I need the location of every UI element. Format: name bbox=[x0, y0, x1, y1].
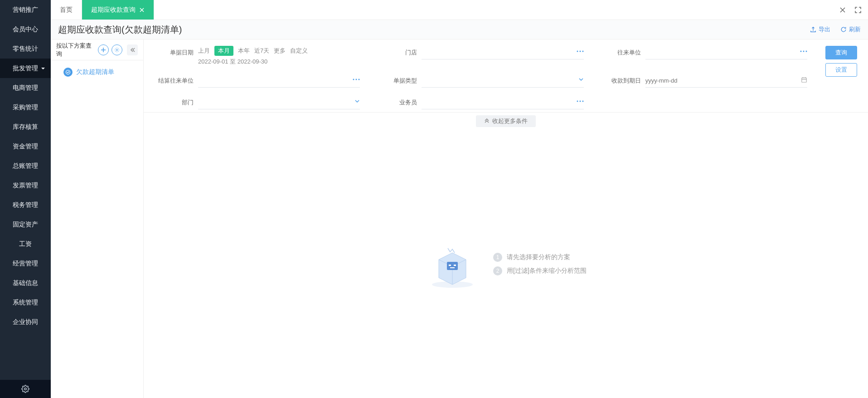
sidebar-item[interactable]: 营销推广 bbox=[0, 0, 51, 20]
scheme-panel: 按以下方案查询 欠款超期清 bbox=[51, 39, 144, 398]
bill-date-label: 单据日期 bbox=[155, 46, 194, 57]
sidebar-item[interactable]: 发票管理 bbox=[0, 176, 51, 195]
sidebar-item[interactable]: 基础信息 bbox=[0, 273, 51, 293]
refresh-button[interactable]: 刷新 bbox=[840, 25, 861, 34]
sidebar-item[interactable]: 批发管理 bbox=[0, 59, 51, 78]
page-title: 超期应收款查询(欠款超期清单) bbox=[58, 24, 182, 36]
store-input[interactable] bbox=[422, 46, 583, 59]
sidebar-item[interactable]: 零售统计 bbox=[0, 39, 51, 59]
svg-rect-17 bbox=[447, 262, 458, 270]
svg-point-14 bbox=[579, 101, 581, 102]
date-preset[interactable]: 近7天 bbox=[254, 47, 269, 55]
dept-label: 部门 bbox=[155, 96, 194, 107]
tab-active[interactable]: 超期应收款查询 bbox=[82, 0, 154, 20]
fullscreen-icon[interactable] bbox=[854, 6, 862, 14]
refresh-label: 刷新 bbox=[849, 25, 861, 34]
refresh-icon bbox=[840, 26, 847, 33]
sidebar-item-label: 基础信息 bbox=[13, 279, 38, 287]
date-preset[interactable]: 自定义 bbox=[290, 47, 308, 55]
more-icon[interactable] bbox=[577, 98, 584, 104]
sidebar-item-label: 批发管理 bbox=[13, 64, 38, 73]
field-salesman: 业务员 bbox=[378, 96, 583, 109]
date-preset[interactable]: 本月 bbox=[214, 46, 233, 56]
collapse-label: 收起更多条件 bbox=[492, 117, 528, 125]
close-all-icon[interactable] bbox=[839, 6, 846, 14]
sidebar-item[interactable]: 固定资产 bbox=[0, 215, 51, 234]
sidebar-item-label: 发票管理 bbox=[13, 182, 38, 190]
dept-select[interactable] bbox=[198, 96, 360, 109]
svg-point-15 bbox=[582, 101, 583, 102]
settings-button-label: 设置 bbox=[835, 66, 847, 74]
sidebar-item[interactable]: 电商管理 bbox=[0, 78, 51, 98]
sidebar-item[interactable]: 总账管理 bbox=[0, 156, 51, 176]
scheme-item-label: 欠款超期清单 bbox=[76, 68, 114, 76]
empty-step-2: 2 用[过滤]条件来缩小分析范围 bbox=[493, 266, 587, 275]
svg-point-8 bbox=[806, 51, 807, 52]
sidebar-item[interactable]: 资金管理 bbox=[0, 137, 51, 156]
field-bill-type: 单据类型 bbox=[378, 74, 583, 88]
salesman-input[interactable] bbox=[422, 96, 583, 109]
date-preset[interactable]: 本年 bbox=[238, 47, 250, 55]
empty-step-1: 1 请先选择要分析的方案 bbox=[493, 253, 587, 262]
sidebar-item[interactable]: 库存核算 bbox=[0, 117, 51, 137]
due-date-input[interactable] bbox=[645, 74, 807, 88]
chevron-down-icon[interactable] bbox=[578, 77, 584, 82]
sidebar-item-label: 电商管理 bbox=[13, 84, 38, 92]
salesman-label: 业务员 bbox=[378, 96, 417, 107]
step-text: 请先选择要分析的方案 bbox=[507, 253, 570, 261]
settle-party-input[interactable] bbox=[198, 74, 360, 88]
more-icon[interactable] bbox=[800, 49, 807, 54]
svg-point-3 bbox=[577, 51, 578, 52]
chevron-down-icon[interactable] bbox=[354, 98, 360, 104]
tab-active-label: 超期应收款查询 bbox=[91, 6, 136, 14]
filter-form: 单据日期 上月本月本年近7天更多自定义 2022-09-01 至 2022-09… bbox=[144, 39, 868, 113]
svg-point-0 bbox=[24, 388, 27, 390]
date-preset[interactable]: 上月 bbox=[198, 47, 210, 55]
sidebar-item[interactable]: 经营管理 bbox=[0, 254, 51, 273]
field-bill-date: 单据日期 上月本月本年近7天更多自定义 2022-09-01 至 2022-09… bbox=[155, 46, 360, 66]
field-party: 往来单位 bbox=[602, 46, 807, 59]
more-icon[interactable] bbox=[577, 49, 584, 54]
sidebar-item[interactable]: 会员中心 bbox=[0, 20, 51, 39]
step-text: 用[过滤]条件来缩小分析范围 bbox=[507, 267, 587, 275]
sidebar-item-label: 税务管理 bbox=[13, 201, 38, 209]
svg-point-13 bbox=[577, 101, 578, 102]
scheme-icon bbox=[63, 68, 73, 77]
collapse-scheme-button[interactable] bbox=[127, 44, 138, 55]
settings-button[interactable]: 设置 bbox=[825, 63, 857, 77]
sidebar-item[interactable]: 企业协同 bbox=[0, 312, 51, 332]
results-area: 1 请先选择要分析的方案 2 用[过滤]条件来缩小分析范围 bbox=[144, 130, 868, 398]
sidebar-settings[interactable] bbox=[0, 380, 51, 398]
collapse-filters-button[interactable]: 收起更多条件 bbox=[476, 115, 536, 127]
sidebar-item[interactable]: 系统管理 bbox=[0, 293, 51, 312]
sidebar-item-label: 经营管理 bbox=[13, 260, 38, 268]
party-input[interactable] bbox=[645, 46, 807, 59]
svg-rect-18 bbox=[449, 265, 451, 266]
svg-point-1 bbox=[116, 49, 118, 50]
scheme-item-overdue[interactable]: 欠款超期清单 bbox=[57, 65, 137, 79]
tab-home[interactable]: 首页 bbox=[51, 0, 82, 20]
sidebar-item-label: 企业协同 bbox=[13, 318, 38, 326]
chevron-up-icon bbox=[484, 118, 490, 124]
date-preset[interactable]: 更多 bbox=[274, 47, 286, 55]
more-icon[interactable] bbox=[353, 77, 360, 82]
query-button-label: 查询 bbox=[835, 49, 847, 57]
sidebar-item[interactable]: 采购管理 bbox=[0, 98, 51, 117]
bill-type-select[interactable] bbox=[422, 74, 583, 88]
export-button[interactable]: 导出 bbox=[810, 25, 830, 34]
close-icon[interactable] bbox=[139, 7, 145, 13]
sidebar-item[interactable]: 工资 bbox=[0, 234, 51, 254]
sidebar-item-label: 系统管理 bbox=[13, 299, 38, 307]
calendar-icon[interactable] bbox=[801, 77, 807, 83]
step-number: 1 bbox=[493, 253, 502, 262]
export-icon bbox=[810, 26, 816, 33]
svg-point-5 bbox=[582, 51, 583, 52]
sidebar-item-label: 会员中心 bbox=[13, 25, 38, 34]
query-button[interactable]: 查询 bbox=[825, 46, 857, 59]
sidebar-item-label: 营销推广 bbox=[13, 6, 38, 14]
sidebar-item-label: 资金管理 bbox=[13, 142, 38, 151]
add-scheme-button[interactable] bbox=[98, 44, 109, 55]
sidebar-item[interactable]: 税务管理 bbox=[0, 195, 51, 215]
scheme-settings-button[interactable] bbox=[112, 44, 122, 55]
field-settle-party: 结算往来单位 bbox=[155, 74, 360, 88]
